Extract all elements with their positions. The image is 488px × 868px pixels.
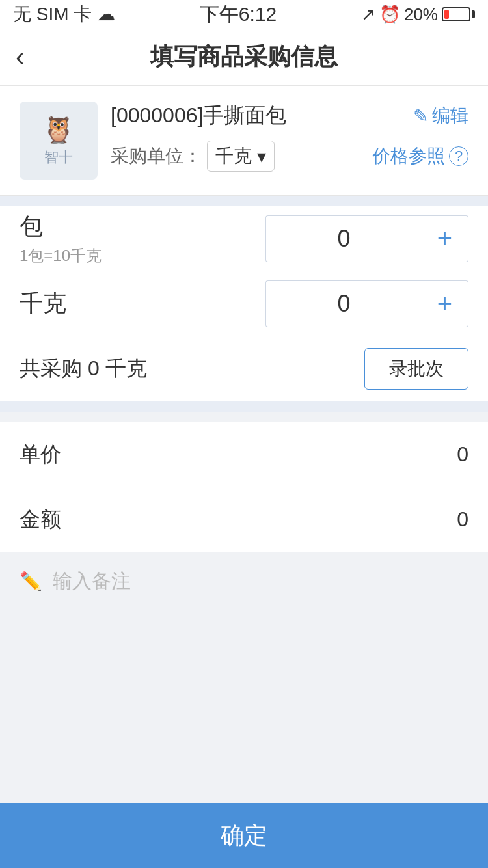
product-card: 🦉 智十 [0000006]手撕面包 ✎ 编辑 采购单位： 千克 ▾ xyxy=(0,86,488,196)
product-info: [0000006]手撕面包 ✎ 编辑 采购单位： 千克 ▾ 价格参照 ? xyxy=(111,102,468,172)
remark-section[interactable]: ✏️ 输入备注 xyxy=(0,552,488,670)
product-title-row: [0000006]手撕面包 ✎ 编辑 xyxy=(111,102,468,130)
status-left: 无 SIM 卡 ☁ xyxy=(13,2,115,27)
bao-input-row: 包 1包=10千克 + xyxy=(0,206,488,271)
status-bar: 无 SIM 卡 ☁ 下午6:12 ↗ ⏰ 20% xyxy=(0,0,488,29)
total-label: 共采购 0 千克 xyxy=(20,355,147,383)
status-time: 下午6:12 xyxy=(200,1,277,28)
main-content: 🦉 智十 [0000006]手撕面包 ✎ 编辑 采购单位： 千克 ▾ xyxy=(0,86,488,865)
confirm-label: 确定 xyxy=(221,820,267,852)
battery-percent: 20% xyxy=(404,5,438,25)
section-separator-2 xyxy=(0,401,488,412)
edit-label: 编辑 xyxy=(432,103,468,128)
price-info-section: 单价 0 金额 0 xyxy=(0,422,488,552)
bao-sub-label: 1包=10千克 xyxy=(20,245,137,266)
alarm-icon: ⏰ xyxy=(379,5,400,25)
product-image-placeholder: 🦉 智十 xyxy=(42,115,75,167)
kg-main-label: 千克 xyxy=(20,288,137,319)
amount-value: 0 xyxy=(457,508,468,532)
product-image: 🦉 智十 xyxy=(20,102,98,180)
product-unit-row: 采购单位： 千克 ▾ 价格参照 ? xyxy=(111,141,468,172)
confirm-button[interactable]: 确定 xyxy=(0,803,488,868)
unit-value: 千克 xyxy=(215,144,252,169)
bao-main-label: 包 xyxy=(20,211,137,243)
brand-text: 智十 xyxy=(44,148,73,167)
amount-row: 金额 0 xyxy=(0,487,488,552)
kg-input-row: 千克 + xyxy=(0,271,488,336)
location-icon: ↗ xyxy=(361,5,375,25)
unit-select[interactable]: 千克 ▾ xyxy=(207,141,275,172)
bao-label-group: 包 1包=10千克 xyxy=(20,211,137,266)
battery-indicator xyxy=(442,7,475,21)
edit-icon: ✎ xyxy=(413,105,428,127)
owl-icon: 🦉 xyxy=(42,115,75,145)
edit-button[interactable]: ✎ 编辑 xyxy=(413,103,468,128)
remark-placeholder: 输入备注 xyxy=(53,568,131,595)
product-name: [0000006]手撕面包 xyxy=(111,102,286,130)
pencil-icon: ✏️ xyxy=(20,571,42,592)
kg-plus-button[interactable]: + xyxy=(422,280,468,327)
price-ref-label: 价格参照 xyxy=(372,144,445,169)
question-icon: ? xyxy=(449,146,468,166)
content-spacer xyxy=(0,670,488,800)
kg-quantity-input[interactable] xyxy=(265,280,422,327)
nav-bar: ‹ 填写商品采购信息 xyxy=(0,29,488,86)
page-title: 填写商品采购信息 xyxy=(150,41,338,73)
unit-price-label: 单价 xyxy=(20,441,61,469)
no-sim-label: 无 SIM 卡 ☁ xyxy=(13,2,115,27)
unit-price-row: 单价 0 xyxy=(0,422,488,487)
price-ref-button[interactable]: 价格参照 ? xyxy=(372,144,468,169)
kg-label-group: 千克 xyxy=(20,288,137,319)
amount-label: 金额 xyxy=(20,506,61,534)
dropdown-icon: ▾ xyxy=(257,146,266,167)
bao-input-control: + xyxy=(137,215,468,262)
bao-plus-button[interactable]: + xyxy=(422,215,468,262)
total-row: 共采购 0 千克 录批次 xyxy=(0,336,488,401)
bao-quantity-input[interactable] xyxy=(265,215,422,262)
quantity-section: 包 1包=10千克 + 千克 + 共采购 0 千克 录批次 xyxy=(0,206,488,401)
back-button[interactable]: ‹ xyxy=(16,42,24,72)
section-separator-1 xyxy=(0,196,488,206)
status-right: ↗ ⏰ 20% xyxy=(361,5,475,25)
unit-prefix: 采购单位： xyxy=(111,144,202,169)
kg-input-control: + xyxy=(137,280,468,327)
batch-button[interactable]: 录批次 xyxy=(364,348,468,390)
unit-price-value: 0 xyxy=(457,442,468,467)
